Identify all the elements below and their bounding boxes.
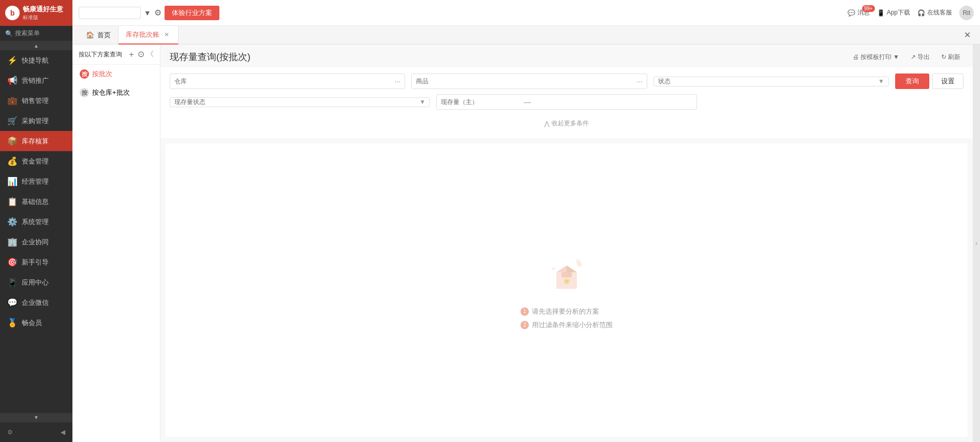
tab-inventory-batch-label: 库存批次账 — [126, 30, 159, 39]
svg-text:😕: 😕 — [563, 278, 570, 285]
empty-tip-1: 请先选择要分析的方案 — [532, 305, 599, 318]
empty-tip-2: 用过滤条件来缩小分析范围 — [532, 318, 613, 332]
refresh-btn[interactable]: ↻ 刷新 — [938, 51, 963, 63]
sidebar-item-system[interactable]: ⚙️ 系统管理 — [0, 212, 72, 232]
sidebar-item-basics[interactable]: 📋 基础信息 — [0, 191, 72, 212]
collapse-label: 收起更多条件 — [552, 119, 589, 128]
warehouse-dots[interactable]: ··· — [395, 77, 401, 85]
sidebar-item-purchase[interactable]: 🛒 采购管理 — [0, 111, 72, 131]
scroll-down-btn[interactable]: ▼ — [0, 413, 72, 422]
tab-home[interactable]: 🏠 首页 — [79, 26, 118, 45]
topbar-dropdown-btn[interactable]: ▼ — [144, 9, 151, 17]
purchase-icon: 🛒 — [7, 116, 18, 126]
collapse-panel-btn[interactable]: 《 — [146, 50, 154, 59]
tip-num-1: 1 — [521, 307, 529, 316]
print-icon: 🖨 — [853, 53, 859, 61]
system-icon: ⚙️ — [7, 217, 18, 227]
product-input[interactable] — [430, 78, 634, 85]
sidebar-item-sales[interactable]: 💼 销售管理 — [0, 91, 72, 111]
collapse-up-icon: ⋀ — [544, 120, 550, 127]
sidebar-item-label: 应用中心 — [22, 278, 49, 287]
sidebar-item-label: 系统管理 — [22, 217, 49, 227]
tab-inventory-batch[interactable]: 库存批次账 ✕ — [118, 26, 179, 45]
inventory-status-arrow-icon: ▼ — [419, 98, 425, 106]
filter-row-1: 仓库 ··· 商品 ··· 状态 — [170, 73, 963, 89]
online-service-badge[interactable]: 🎧 在线客服 — [917, 8, 952, 17]
add-plan-btn[interactable]: ＋ — [127, 50, 136, 58]
svg-rect-3 — [561, 272, 572, 277]
message-icon: 💬 — [848, 9, 855, 17]
inventory-qty-max-input[interactable] — [533, 98, 574, 106]
sidebar-item-quick-nav[interactable]: ⚡ 快捷导航 — [0, 50, 72, 70]
sidebar-item-weixin[interactable]: 💬 企业微信 — [0, 292, 72, 313]
right-toggle-icon: › — [975, 240, 977, 247]
filter-row-2: 现存量状态 ▼ 现存量（主） — — [170, 94, 963, 110]
search-menu-label: 搜索菜单 — [15, 29, 40, 38]
sidebar: b 畅康通好生意 标准版 🔍 搜索菜单 ▲ ⚡ 快捷导航 📢 营销推广 💼 销售… — [0, 0, 72, 442]
sidebar-item-label: 销售管理 — [22, 96, 49, 106]
sidebar-item-operations[interactable]: 📊 经营管理 — [0, 171, 72, 191]
filter-status-select[interactable]: 状态 ▼ — [654, 77, 889, 86]
scroll-up[interactable]: ▲ — [0, 41, 72, 50]
industry-btn[interactable]: 体验行业方案 — [165, 6, 219, 20]
tab-close-btn[interactable]: ✕ — [162, 31, 171, 39]
warehouse-input[interactable] — [189, 78, 393, 85]
content-area: 按以下方案查询 ＋ ⊙ 《 按 按批次 按 按仓库+批次 现存量查询(按批次) — [72, 45, 980, 442]
print-template-btn[interactable]: 🖨 按模板打印 ▼ — [850, 51, 902, 63]
tip-num-2: 2 — [521, 321, 529, 329]
sidebar-item-finance[interactable]: 💰 资金管理 — [0, 151, 72, 171]
app-center-icon: 📱 — [7, 277, 18, 287]
inventory-qty-separator: — — [524, 98, 531, 106]
topbar-gear-btn[interactable]: ⚙ — [154, 8, 161, 18]
app-name: 畅康通好生意 — [23, 5, 63, 14]
user-avatar-wrap[interactable]: Rit — [959, 6, 974, 20]
sidebar-item-member[interactable]: 🏅 畅会员 — [0, 313, 72, 333]
plan-item-by-warehouse-batch[interactable]: 按 按仓库+批次 — [72, 83, 160, 102]
sidebar-footer: ⚙ ◀ — [0, 422, 72, 442]
settings-plan-btn[interactable]: ⊙ — [138, 50, 144, 58]
filter-product-wrap[interactable]: 商品 ··· — [411, 73, 647, 89]
basics-icon: 📋 — [7, 197, 18, 207]
filter-inventory-status-select[interactable]: 现存量状态 ▼ — [170, 97, 430, 107]
sidebar-item-label: 企业协同 — [22, 238, 49, 247]
sidebar-item-inventory[interactable]: 📦 库存核算 — [0, 131, 72, 151]
page-header-actions: 🖨 按模板打印 ▼ ↗ 导出 ↻ 刷新 — [850, 51, 963, 63]
refresh-label: 刷新 — [948, 53, 960, 62]
inventory-icon: 📦 — [7, 136, 18, 146]
main-area: ▼ ⚙ 体验行业方案 💬 消息 99+ 📱 App下载 🎧 在线客服 Rit — [72, 0, 980, 442]
sidebar-item-label: 经营管理 — [22, 177, 49, 186]
sidebar-item-label: 快捷导航 — [22, 56, 49, 65]
scroll-up-btn[interactable]: ▲ — [0, 41, 72, 50]
right-panel-toggle[interactable]: › — [973, 45, 980, 442]
sidebar-item-enterprise[interactable]: 🏢 企业协同 — [0, 232, 72, 252]
plan-label-by-warehouse-batch: 按仓库+批次 — [92, 88, 130, 97]
tabbar: 🏠 首页 库存批次账 ✕ ✕ — [72, 26, 980, 45]
messages-badge[interactable]: 💬 消息 99+ — [848, 8, 870, 17]
tabbar-close-right-btn[interactable]: ✕ — [961, 30, 974, 40]
plan-item-by-batch[interactable]: 按 按批次 — [72, 65, 160, 83]
sidebar-item-newbie[interactable]: 🎯 新手引导 — [0, 252, 72, 272]
sidebar-item-marketing[interactable]: 📢 营销推广 — [0, 70, 72, 91]
filter-inventory-qty-field: 现存量（主） — — [436, 94, 696, 110]
product-dots[interactable]: ··· — [636, 77, 643, 85]
filter-warehouse-wrap[interactable]: 仓库 ··· — [170, 73, 405, 89]
collapse-bar[interactable]: ⋀ 收起更多条件 — [170, 115, 963, 132]
topbar-search-input[interactable] — [79, 7, 141, 19]
sidebar-item-label: 畅会员 — [22, 318, 42, 328]
app-download-badge[interactable]: 📱 App下载 — [877, 8, 910, 17]
sidebar-item-label: 库存核算 — [22, 137, 49, 146]
inventory-qty-min-input[interactable] — [480, 98, 522, 106]
print-template-label: 按模板打印 — [860, 53, 892, 62]
settings-btn[interactable]: 设置 — [932, 73, 963, 89]
scroll-down[interactable]: ▼ — [0, 413, 72, 422]
sidebar-collapse-btn[interactable]: ◀ — [58, 426, 67, 438]
filter-actions: 查询 设置 — [895, 73, 963, 89]
search-menu[interactable]: 🔍 搜索菜单 — [0, 26, 72, 41]
empty-state: 😕 1 请先选择要分析的方案 2 用过滤条件来缩小分析范围 — [166, 143, 968, 437]
sidebar-settings-btn[interactable]: ⚙ — [5, 426, 15, 438]
export-btn[interactable]: ↗ 导出 — [908, 51, 933, 63]
online-service-label: 在线客服 — [927, 8, 952, 17]
sidebar-item-app-center[interactable]: 📱 应用中心 — [0, 272, 72, 292]
query-btn[interactable]: 查询 — [895, 73, 929, 89]
sidebar-item-label: 新手引导 — [22, 258, 49, 267]
